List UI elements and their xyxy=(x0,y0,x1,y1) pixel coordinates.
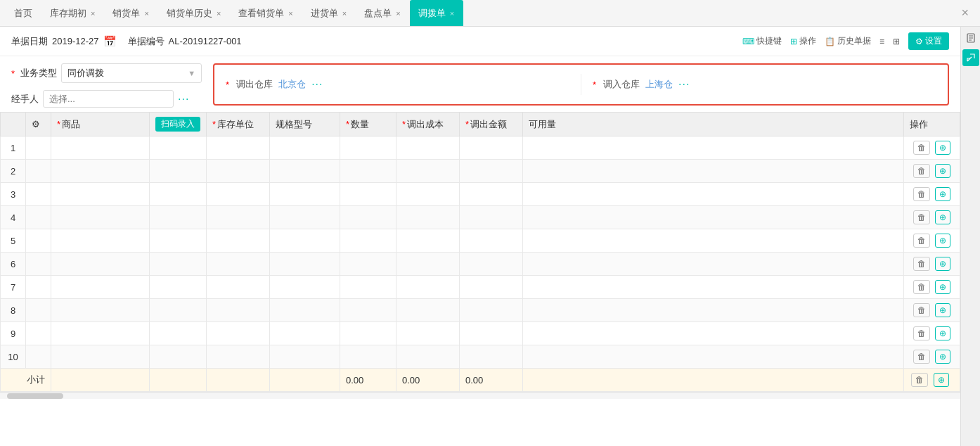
row-unit-8[interactable] xyxy=(207,299,270,322)
row-cost-6[interactable] xyxy=(396,253,460,276)
subtotal-delete-btn[interactable]: 🗑 xyxy=(911,373,928,387)
row-cost-5[interactable] xyxy=(396,229,460,253)
row-spec-3[interactable] xyxy=(270,183,340,206)
tab-purchase-order[interactable]: 进货单 × xyxy=(302,0,356,26)
row-cost-4[interactable] xyxy=(396,206,460,229)
tab-close-sales-history[interactable]: × xyxy=(217,9,221,18)
handler-more-button[interactable]: ··· xyxy=(178,93,189,106)
row-cost-1[interactable] xyxy=(396,136,460,160)
tab-stock-take[interactable]: 盘点单 × xyxy=(356,0,409,26)
row-product-1[interactable] xyxy=(51,136,150,160)
row-delete-btn-3[interactable]: 🗑 xyxy=(913,187,930,201)
tab-close-stock-take[interactable]: × xyxy=(396,9,400,18)
warehouse-in-more-button[interactable]: ··· xyxy=(678,78,690,91)
row-copy-btn-9[interactable]: ⊕ xyxy=(935,326,950,340)
row-amount-5[interactable] xyxy=(460,229,523,253)
row-copy-btn-4[interactable]: ⊕ xyxy=(935,210,950,224)
row-delete-btn-6[interactable]: 🗑 xyxy=(913,257,930,271)
grid-view-button[interactable]: ⊞ xyxy=(893,37,900,46)
row-qty-4[interactable] xyxy=(340,206,396,229)
row-product-4[interactable] xyxy=(51,206,150,229)
row-copy-btn-7[interactable]: ⊕ xyxy=(935,280,950,294)
list-view-button[interactable]: ≡ xyxy=(879,37,884,46)
row-qty-10[interactable] xyxy=(340,345,396,369)
tab-sales-order[interactable]: 销货单 × xyxy=(104,0,157,26)
calendar-icon[interactable]: 📅 xyxy=(103,35,117,48)
row-unit-6[interactable] xyxy=(207,253,270,276)
row-cost-10[interactable] xyxy=(396,345,460,369)
row-delete-btn-1[interactable]: 🗑 xyxy=(913,141,930,155)
tab-close-inventory-init[interactable]: × xyxy=(91,9,95,18)
row-product-6[interactable] xyxy=(51,253,150,276)
row-unit-4[interactable] xyxy=(207,206,270,229)
tab-close-purchase-order[interactable]: × xyxy=(342,9,347,18)
row-spec-9[interactable] xyxy=(270,322,340,345)
row-delete-btn-2[interactable]: 🗑 xyxy=(913,164,930,178)
tab-close-sales-order[interactable]: × xyxy=(144,9,148,18)
row-amount-9[interactable] xyxy=(460,322,523,345)
row-spec-8[interactable] xyxy=(270,299,340,322)
row-unit-5[interactable] xyxy=(207,229,270,253)
row-product-5[interactable] xyxy=(51,229,150,253)
row-amount-7[interactable] xyxy=(460,276,523,299)
row-product-3[interactable] xyxy=(51,183,150,206)
tab-inventory-init[interactable]: 库存期初 × xyxy=(41,0,104,26)
row-amount-6[interactable] xyxy=(460,253,523,276)
row-amount-4[interactable] xyxy=(460,206,523,229)
row-cost-8[interactable] xyxy=(396,299,460,322)
row-qty-2[interactable] xyxy=(340,160,396,183)
row-copy-btn-5[interactable]: ⊕ xyxy=(935,234,950,248)
tab-sales-history[interactable]: 销货单历史 × xyxy=(158,0,230,26)
scrollbar-thumb[interactable] xyxy=(7,393,63,399)
row-copy-btn-10[interactable]: ⊕ xyxy=(935,350,950,364)
row-spec-6[interactable] xyxy=(270,253,340,276)
tab-bar-close-button[interactable]: × xyxy=(955,6,974,20)
row-product-8[interactable] xyxy=(51,299,150,322)
handler-input[interactable] xyxy=(43,90,174,108)
row-unit-2[interactable] xyxy=(207,160,270,183)
row-cost-3[interactable] xyxy=(396,183,460,206)
horizontal-scrollbar[interactable] xyxy=(0,392,960,399)
scan-button[interactable]: 扫码录入 xyxy=(155,117,200,132)
row-delete-btn-5[interactable]: 🗑 xyxy=(913,234,930,248)
sidebar-export-icon[interactable] xyxy=(962,49,979,66)
tab-close-transfer-order[interactable]: × xyxy=(450,9,454,18)
row-unit-3[interactable] xyxy=(207,183,270,206)
operation-button[interactable]: ⊞ 操作 xyxy=(790,35,816,47)
row-delete-btn-4[interactable]: 🗑 xyxy=(913,210,930,224)
th-settings[interactable]: ⚙ xyxy=(26,113,51,136)
row-copy-btn-1[interactable]: ⊕ xyxy=(935,141,950,155)
warehouse-out-more-button[interactable]: ··· xyxy=(311,78,323,91)
row-amount-1[interactable] xyxy=(460,136,523,160)
row-qty-1[interactable] xyxy=(340,136,396,160)
row-spec-7[interactable] xyxy=(270,276,340,299)
row-product-9[interactable] xyxy=(51,322,150,345)
row-amount-2[interactable] xyxy=(460,160,523,183)
row-spec-10[interactable] xyxy=(270,345,340,369)
row-amount-8[interactable] xyxy=(460,299,523,322)
row-copy-btn-2[interactable]: ⊕ xyxy=(935,164,950,178)
row-unit-7[interactable] xyxy=(207,276,270,299)
row-product-7[interactable] xyxy=(51,276,150,299)
tab-home[interactable]: 首页 xyxy=(6,0,41,26)
row-cost-2[interactable] xyxy=(396,160,460,183)
row-delete-btn-7[interactable]: 🗑 xyxy=(913,280,930,294)
shortcut-button[interactable]: ⌨ 快捷键 xyxy=(742,35,782,47)
row-delete-btn-8[interactable]: 🗑 xyxy=(913,303,930,317)
row-amount-3[interactable] xyxy=(460,183,523,206)
row-qty-8[interactable] xyxy=(340,299,396,322)
row-unit-10[interactable] xyxy=(207,345,270,369)
row-copy-btn-6[interactable]: ⊕ xyxy=(935,257,950,271)
row-delete-btn-10[interactable]: 🗑 xyxy=(913,350,930,364)
sidebar-doc-icon[interactable] xyxy=(962,30,979,46)
row-product-2[interactable] xyxy=(51,160,150,183)
row-spec-2[interactable] xyxy=(270,160,340,183)
biz-type-select[interactable]: 同价调拨 ▼ xyxy=(61,63,202,83)
tab-transfer-order[interactable]: 调拨单 × xyxy=(410,0,463,26)
row-product-10[interactable] xyxy=(51,345,150,369)
row-qty-7[interactable] xyxy=(340,276,396,299)
row-qty-9[interactable] xyxy=(340,322,396,345)
row-unit-9[interactable] xyxy=(207,322,270,345)
row-unit-1[interactable] xyxy=(207,136,270,160)
tab-close-view-sales[interactable]: × xyxy=(288,9,292,18)
